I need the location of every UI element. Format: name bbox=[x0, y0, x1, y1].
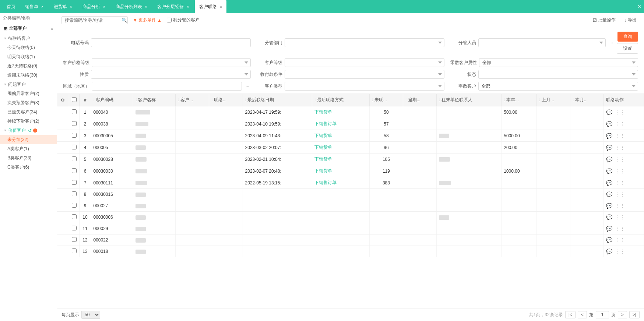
cell-last-method[interactable] bbox=[312, 189, 370, 200]
row-checkbox[interactable] bbox=[72, 168, 77, 173]
col-name[interactable]: : 客户名称 bbox=[133, 94, 176, 106]
col-no-contact[interactable]: : 未联... bbox=[369, 94, 403, 106]
chat-icon[interactable]: 💬 bbox=[606, 133, 612, 139]
collapse-icon[interactable]: « bbox=[50, 26, 53, 31]
sidebar-item-hoarding[interactable]: 囤购异常客户(2) bbox=[0, 89, 57, 98]
filter-retail-select[interactable]: 全部 bbox=[478, 82, 638, 91]
filter-price-level-select[interactable] bbox=[92, 58, 251, 67]
more-action-icon[interactable]: ⋮⋮ bbox=[615, 168, 625, 174]
close-cc-tab[interactable]: × bbox=[220, 5, 222, 9]
next-page-btn[interactable]: > bbox=[618, 311, 627, 318]
nav-tab-product-analysis[interactable]: 商品分析 × bbox=[78, 0, 110, 13]
contact-method-link[interactable]: 下销货单 bbox=[314, 145, 332, 150]
chat-icon[interactable]: 💬 bbox=[606, 214, 612, 220]
last-page-btn[interactable]: >| bbox=[629, 311, 640, 318]
first-page-btn[interactable]: |< bbox=[565, 311, 576, 318]
per-page-select[interactable]: 50 100 bbox=[81, 311, 100, 319]
cell-last-method[interactable]: 下销货单 bbox=[312, 154, 370, 165]
filter-retail-attr-select[interactable]: 全部 bbox=[479, 58, 638, 67]
sidebar-item-class-a[interactable]: A类客户(1) bbox=[0, 144, 57, 154]
main-search-icon[interactable]: 🔍 bbox=[122, 18, 127, 23]
cell-last-method[interactable] bbox=[312, 223, 370, 234]
chat-icon[interactable]: 💬 bbox=[606, 109, 612, 115]
sidebar-item-declining[interactable]: 持续下滑客户(2) bbox=[0, 117, 57, 126]
more-action-icon[interactable]: ⋮⋮ bbox=[615, 133, 625, 139]
filter-payment-select[interactable] bbox=[285, 70, 444, 79]
sidebar-item-tomorrow[interactable]: 明天待联络(1) bbox=[0, 52, 57, 61]
close-sales-tab[interactable]: × bbox=[41, 5, 43, 9]
contact-method-link[interactable]: 下销货单 bbox=[314, 109, 332, 114]
chat-icon[interactable]: 💬 bbox=[606, 248, 612, 254]
page-input[interactable] bbox=[596, 311, 609, 318]
nav-tab-customer-tier[interactable]: 客户分层经营 × bbox=[153, 0, 193, 13]
sidebar-item-today[interactable]: 今天待联络(0) bbox=[0, 43, 57, 52]
row-checkbox[interactable] bbox=[72, 226, 77, 230]
nav-tab-product-analysis-list[interactable]: 商品分析列表 × bbox=[111, 0, 152, 13]
contact-method-link[interactable]: 下销货单 bbox=[314, 168, 332, 173]
contact-method-link[interactable]: 下销货单 bbox=[314, 133, 332, 138]
filter-phone-input[interactable] bbox=[91, 38, 251, 47]
cell-last-method[interactable]: 下销售订单 bbox=[312, 118, 370, 130]
export-btn[interactable]: ↓ 导出 bbox=[622, 15, 640, 25]
sidebar-item-churn-warning[interactable]: 流失预警客户(3) bbox=[0, 98, 57, 107]
col-contact[interactable]: : 联络... bbox=[209, 94, 243, 106]
sidebar-item-ungraded[interactable]: 未分组(32) bbox=[0, 135, 57, 144]
chat-icon[interactable]: 💬 bbox=[606, 156, 612, 162]
more-action-icon[interactable]: ⋮⋮ bbox=[615, 226, 625, 232]
nav-tab-customer-contact[interactable]: 客户联络 × bbox=[195, 0, 226, 13]
filter-status-select[interactable] bbox=[478, 70, 638, 79]
col-last-method[interactable]: : 最后联络方式 bbox=[312, 94, 370, 106]
query-btn[interactable]: 查询 bbox=[617, 32, 638, 42]
chat-icon[interactable]: 💬 bbox=[606, 145, 612, 151]
row-checkbox[interactable] bbox=[72, 109, 77, 114]
col-gear[interactable]: ⚙ bbox=[57, 94, 69, 106]
row-checkbox[interactable] bbox=[72, 214, 77, 219]
nav-tab-purchase[interactable]: 进货单 × bbox=[49, 0, 77, 13]
chat-icon[interactable]: 💬 bbox=[606, 203, 612, 209]
filter-region-input[interactable] bbox=[92, 82, 242, 91]
cell-last-method[interactable]: 下销货单 bbox=[312, 142, 370, 154]
cell-last-method[interactable]: 下销货单 bbox=[312, 106, 370, 118]
more-conditions-btn[interactable]: ▼ 更多条件 ▲ bbox=[131, 16, 164, 24]
chat-icon[interactable]: 💬 bbox=[606, 237, 612, 243]
sidebar-item-class-b[interactable]: B类客户(33) bbox=[0, 154, 57, 163]
sidebar-item-class-c[interactable]: C类客户(6) bbox=[0, 163, 57, 172]
more-action-icon[interactable]: ⋮⋮ bbox=[615, 121, 625, 127]
sidebar-item-7days[interactable]: 近7天待联络(0) bbox=[0, 61, 57, 71]
more-action-icon[interactable]: ⋮⋮ bbox=[615, 214, 625, 220]
row-checkbox[interactable] bbox=[72, 203, 77, 208]
more-action-icon[interactable]: ⋮⋮ bbox=[615, 237, 625, 243]
row-checkbox[interactable] bbox=[72, 180, 77, 185]
close-pal-tab[interactable]: × bbox=[145, 5, 147, 9]
row-checkbox[interactable] bbox=[72, 121, 77, 126]
cell-last-method[interactable]: 下销货单 bbox=[312, 165, 370, 177]
more-action-icon[interactable]: ⋮⋮ bbox=[615, 180, 625, 186]
col-this-year[interactable]: : 本年... bbox=[502, 94, 537, 106]
filter-dept-select[interactable] bbox=[285, 38, 444, 47]
main-search-input[interactable] bbox=[65, 18, 120, 23]
close-purchase-tab[interactable]: × bbox=[70, 5, 72, 9]
col-this-month[interactable]: : 本月... bbox=[570, 94, 604, 106]
my-customers-checkbox[interactable] bbox=[167, 18, 172, 22]
reset-btn[interactable]: 设置 bbox=[617, 43, 638, 54]
cell-last-method[interactable] bbox=[312, 246, 370, 257]
more-action-icon[interactable]: ⋮⋮ bbox=[615, 156, 625, 162]
row-checkbox[interactable] bbox=[72, 248, 77, 253]
col-last-month[interactable]: : 上月... bbox=[536, 94, 570, 106]
more-action-icon[interactable]: ⋮⋮ bbox=[615, 191, 625, 197]
sidebar-search-input[interactable] bbox=[3, 15, 57, 21]
region-dots[interactable]: ··· bbox=[244, 84, 251, 89]
sidebar-item-overdue[interactable]: 逾期未联络(30) bbox=[0, 71, 57, 80]
close-ct-tab[interactable]: × bbox=[187, 5, 189, 9]
col-overdue[interactable]: : 逾期... bbox=[403, 94, 437, 106]
cell-last-method[interactable] bbox=[312, 234, 370, 246]
filter-nature-select[interactable] bbox=[91, 70, 251, 79]
sidebar-group-pending[interactable]: ▼ 待联络客户 bbox=[0, 34, 57, 43]
filter-customer-type-select[interactable] bbox=[285, 82, 444, 91]
chat-icon[interactable]: 💬 bbox=[606, 168, 612, 174]
cell-last-method[interactable]: 下销货单 bbox=[312, 130, 370, 142]
more-action-icon[interactable]: ⋮⋮ bbox=[615, 203, 625, 209]
row-checkbox[interactable] bbox=[72, 145, 77, 149]
contact-method-link[interactable]: 下销货单 bbox=[314, 156, 332, 162]
cell-last-method[interactable]: 下销售订单 bbox=[312, 177, 370, 189]
